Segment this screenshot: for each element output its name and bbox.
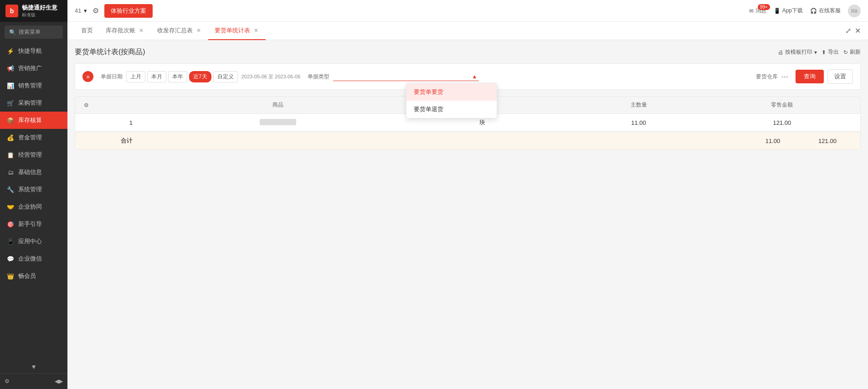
sidebar: b 畅捷通好生意 标准版 🔍 搜索菜单 ⚡ 快捷导航 📢 营销推广 📊 销售管理…: [0, 0, 67, 389]
tab-receivable-summary[interactable]: 收发存汇总表 ✕: [151, 22, 208, 40]
topbar: 41 ▾ ⚙ 体验行业方案 ✉ 消息 99+ 📱 App下载 🎧 在线客服: [67, 0, 868, 22]
topbar-settings-button[interactable]: ⚙: [92, 6, 99, 15]
type-dropdown-menu: 要货单要货 要货单退货: [406, 83, 497, 118]
type-select-input[interactable]: [333, 72, 479, 81]
dropdown-item-order-return[interactable]: 要货单退货: [406, 101, 497, 118]
sidebar-item-cooperation[interactable]: 🤝 企业协同: [0, 198, 67, 215]
col-product-header: 商品: [165, 97, 391, 114]
date-range-display: 2023-05-06 至 2023-06-06: [241, 73, 301, 80]
page-header: 要货单统计表(按商品) 🖨 按模板打印 ▾ ⬆ 导出 ↻ 刷新: [75, 47, 861, 57]
sidebar-item-vip[interactable]: 👑 畅会员: [0, 267, 67, 285]
phone-icon: 📱: [774, 8, 781, 14]
footer-label-cell: 合计: [121, 137, 745, 145]
date-quick-btns: 上月 本月 本年 近7天 自定义: [126, 71, 238, 82]
online-service-button[interactable]: 🎧 在线客服: [810, 7, 841, 15]
page-actions: 🖨 按模板打印 ▾ ⬆ 导出 ↻ 刷新: [778, 48, 861, 56]
refresh-button[interactable]: ↻ 刷新: [843, 48, 861, 56]
sidebar-collapse-button[interactable]: ◀▶: [55, 378, 63, 384]
message-button[interactable]: ✉ 消息 99+: [749, 7, 766, 15]
query-button[interactable]: 查询: [796, 70, 824, 83]
sidebar-item-wechat[interactable]: 💬 企业微信: [0, 250, 67, 267]
filter-settings-button[interactable]: 设置: [827, 69, 853, 84]
last-7-days-btn[interactable]: 近7天: [189, 71, 211, 82]
date-filter-group: 单据日期 上月 本月 本年 近7天 自定义 2023-05-06 至 2023-…: [101, 71, 300, 82]
cooperation-icon: 🤝: [6, 203, 15, 211]
col-settings-header[interactable]: ⚙: [75, 97, 97, 114]
tab-home[interactable]: 首页: [75, 22, 99, 40]
search-menu-button[interactable]: 🔍 搜索菜单: [5, 26, 63, 39]
product-name-blurred: [260, 119, 296, 125]
type-select-container[interactable]: ▲ 要货单要货 要货单退货: [333, 72, 479, 81]
sidebar-item-finance[interactable]: 💰 资金管理: [0, 129, 67, 146]
user-avatar[interactable]: Rit: [848, 5, 861, 17]
warehouse-filter-group: 要货仓库 ···: [756, 72, 788, 82]
footer-quantity-value: 11.00: [765, 138, 781, 144]
print-icon: 🖨: [778, 49, 783, 56]
sidebar-item-purchase[interactable]: 🛒 采购管理: [0, 94, 67, 112]
this-year-btn[interactable]: 本年: [168, 71, 187, 82]
this-month-btn[interactable]: 本月: [147, 71, 166, 82]
sidebar-logo: b 畅捷通好生意 标准版: [0, 0, 67, 22]
tab-close-receivable-summary[interactable]: ✕: [195, 27, 202, 34]
settings-icon: ⚙: [5, 378, 10, 384]
sales-icon: 📊: [6, 82, 15, 90]
search-icon: 🔍: [9, 29, 16, 36]
sidebar-item-base[interactable]: 🗂 基础信息: [0, 164, 67, 181]
table-footer: 合计 11.00 121.00: [75, 132, 860, 149]
last-month-btn[interactable]: 上月: [126, 71, 145, 82]
custom-date-btn[interactable]: 自定义: [213, 71, 238, 82]
dropdown-item-order-request[interactable]: 要货单要货: [406, 83, 497, 101]
filter-bar: » 单据日期 上月 本月 本年 近7天 自定义 2023-05-06 至 202…: [75, 63, 861, 90]
col-amount-header: 零售金额: [704, 97, 860, 114]
sidebar-nav: ⚡ 快捷导航 📢 营销推广 📊 销售管理 🛒 采购管理 📦 库存核算 💰 资金管…: [0, 42, 67, 361]
tab-inventory-batch[interactable]: 库存批次账 ✕: [99, 22, 151, 40]
guide-icon: 🎯: [6, 220, 15, 228]
sidebar-item-apps[interactable]: 📱 应用中心: [0, 233, 67, 250]
app-download-button[interactable]: 📱 App下载: [774, 7, 803, 15]
sidebar-item-marketing[interactable]: 📢 营销推广: [0, 60, 67, 77]
footer-amount-value: 121.00: [818, 138, 837, 144]
tab-close-all-button[interactable]: ✕: [855, 26, 861, 35]
base-icon: 🗂: [6, 168, 15, 176]
refresh-icon: ↻: [843, 49, 848, 56]
warehouse-label: 要货仓库: [756, 73, 778, 81]
sidebar-item-inventory[interactable]: 📦 库存核算: [0, 112, 67, 129]
tab-order-stats[interactable]: 要货单统计表 ✕: [208, 22, 266, 40]
footer-total-label: 合计: [121, 137, 133, 144]
sidebar-item-sales[interactable]: 📊 销售管理: [0, 77, 67, 94]
export-button[interactable]: ⬆ 导出: [822, 48, 839, 56]
topbar-right: ✉ 消息 99+ 📱 App下载 🎧 在线客服 Rit: [749, 5, 861, 17]
marketing-icon: 📢: [6, 64, 15, 72]
tabs-right-actions: ⤢ ✕: [845, 26, 861, 35]
sidebar-item-system[interactable]: 🔧 系统管理: [0, 181, 67, 198]
trial-btn[interactable]: 体验行业方案: [104, 4, 153, 18]
finance-icon: 💰: [6, 133, 15, 142]
sidebar-item-quick-nav[interactable]: ⚡ 快捷导航: [0, 42, 67, 60]
filter-expand-button[interactable]: »: [82, 71, 93, 82]
sidebar-item-guide[interactable]: 🎯 新手引导: [0, 215, 67, 233]
select-arrow-icon[interactable]: ▲: [472, 73, 477, 80]
headphone-icon: 🎧: [810, 8, 817, 14]
inventory-icon: 📦: [6, 116, 15, 124]
footer-quantity-cell: 11.00: [745, 138, 800, 144]
brand-name: 畅捷通好生意: [22, 4, 57, 12]
main-area: 41 ▾ ⚙ 体验行业方案 ✉ 消息 99+ 📱 App下载 🎧 在线客服: [67, 0, 868, 389]
tab-close-inventory-batch[interactable]: ✕: [138, 27, 144, 34]
app-logo-icon: b: [5, 5, 18, 17]
filter-more-button[interactable]: ···: [781, 72, 788, 82]
sidebar-scroll-down[interactable]: ▼: [0, 361, 67, 373]
sidebar-item-operations[interactable]: 📋 经营管理: [0, 146, 67, 164]
col-index-header: [97, 97, 165, 114]
print-template-button[interactable]: 🖨 按模板打印 ▾: [778, 48, 817, 56]
store-selector[interactable]: 41 ▾: [75, 7, 87, 14]
sidebar-settings-button[interactable]: ⚙: [5, 378, 10, 384]
store-number: 41: [75, 7, 81, 14]
tab-close-order-stats[interactable]: ✕: [253, 27, 259, 34]
page-title: 要货单统计表(按商品): [75, 47, 145, 57]
page-content: 要货单统计表(按商品) 🖨 按模板打印 ▾ ⬆ 导出 ↻ 刷新 »: [67, 40, 868, 389]
sidebar-search[interactable]: 🔍 搜索菜单: [0, 22, 67, 42]
topbar-left: 41 ▾ ⚙ 体验行业方案: [75, 4, 153, 18]
tabs-bar: 首页 库存批次账 ✕ 收发存汇总表 ✕ 要货单统计表 ✕ ⤢ ✕: [67, 22, 868, 40]
tab-expand-button[interactable]: ⤢: [845, 26, 851, 35]
message-icon: ✉: [749, 8, 754, 14]
